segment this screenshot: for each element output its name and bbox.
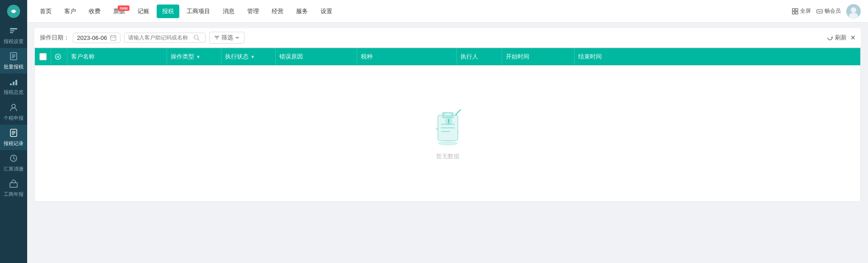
nav-gongshang-xiangmu[interactable]: 工商项目 xyxy=(181,5,216,18)
nav-jingying[interactable]: 经营 xyxy=(266,5,289,18)
empty-state: ! 暂无数据 xyxy=(430,106,466,161)
empty-illustration: ! xyxy=(430,106,466,147)
nav-guanli[interactable]: 管理 xyxy=(242,5,264,18)
svg-rect-10 xyxy=(13,82,14,85)
select-all-checkbox[interactable] xyxy=(39,53,47,60)
sidebar-item-baoshui-shezhi-label: 报税设置 xyxy=(4,39,24,44)
geshui-shenbao-icon xyxy=(9,103,18,114)
nav-jizhang[interactable]: 记账 xyxy=(132,5,155,18)
huisuan-jiaona-icon xyxy=(9,154,18,165)
svg-rect-18 xyxy=(10,183,17,187)
settings-icon xyxy=(55,54,61,60)
nav-shezhi[interactable]: 设置 xyxy=(315,5,338,18)
avatar[interactable] xyxy=(846,4,861,19)
svg-rect-28 xyxy=(110,35,116,40)
chevron-down-icon xyxy=(235,35,240,40)
sidebar: 报税设置 批量报税 报税总览 xyxy=(0,0,27,263)
th-operation-type: 操作类型 ▼ xyxy=(167,48,221,65)
calendar-icon xyxy=(110,34,116,41)
svg-point-32 xyxy=(194,35,198,39)
filter-button[interactable]: 筛选 xyxy=(209,32,245,44)
sidebar-item-piliang-baoshui[interactable]: 批量报税 xyxy=(0,48,27,73)
fullscreen-button[interactable]: 全屏 xyxy=(792,7,811,15)
search-input[interactable] xyxy=(128,34,192,41)
svg-line-48 xyxy=(456,110,460,114)
refresh-button[interactable]: 刷新 xyxy=(827,34,847,42)
nav-piaoju[interactable]: 票据 new xyxy=(108,5,130,18)
svg-point-37 xyxy=(57,56,59,58)
refresh-label: 刷新 xyxy=(835,34,847,42)
close-button[interactable]: × xyxy=(850,34,855,42)
svg-line-33 xyxy=(197,39,199,41)
sidebar-item-geshui-shenbao-label: 个税申报 xyxy=(4,115,24,121)
th-checkbox[interactable] xyxy=(35,48,51,65)
sidebar-item-gongshang-nianbao[interactable]: 工商年报 xyxy=(0,175,27,201)
topnav-right: 全屏 畅会员 xyxy=(792,4,861,19)
baoshui-zonglans-icon xyxy=(9,77,18,88)
date-picker[interactable]: 2023-06-06 xyxy=(73,33,120,43)
svg-text:!: ! xyxy=(448,118,450,125)
th-error-reason: 错误原因 xyxy=(276,48,357,65)
sidebar-item-baoshui-jilu-label: 报税记录 xyxy=(4,141,24,146)
nav-fuwu[interactable]: 服务 xyxy=(291,5,313,18)
sidebar-item-baoshui-zonglans[interactable]: 报税总览 xyxy=(0,73,27,99)
svg-rect-2 xyxy=(10,28,17,29)
svg-rect-11 xyxy=(15,80,17,85)
data-table: 客户名称 操作类型 ▼ 执行状态 ▼ 错误原因 税种 执行人 xyxy=(34,48,861,202)
sidebar-item-gongshang-nianbao-label: 工商年报 xyxy=(4,191,24,197)
sidebar-item-geshui-shenbao[interactable]: 个税申报 xyxy=(0,99,27,125)
logo[interactable] xyxy=(0,0,27,23)
th-end-time: 结束时间 xyxy=(575,48,647,65)
nav-customer[interactable]: 客户 xyxy=(59,5,82,18)
svg-point-50 xyxy=(436,128,438,130)
th-executor: 执行人 xyxy=(457,48,502,65)
table-body: ! 暂无数据 xyxy=(35,65,860,201)
th-start-time: 开始时间 xyxy=(502,48,575,65)
main-content: 首页 客户 收费 票据 new 记账 报税 工商项目 消息 管理 经营 服务 设… xyxy=(27,0,868,263)
svg-point-26 xyxy=(851,7,856,13)
sidebar-item-baoshui-jilu[interactable]: 报税记录 xyxy=(0,125,27,150)
piliang-baoshui-icon xyxy=(9,52,18,63)
search-icon xyxy=(193,34,200,41)
svg-rect-22 xyxy=(796,12,798,14)
nav-baoshui[interactable]: 报税 xyxy=(157,5,179,18)
table-header: 客户名称 操作类型 ▼ 执行状态 ▼ 错误原因 税种 执行人 xyxy=(35,48,860,65)
refresh-icon xyxy=(827,34,833,41)
date-label: 操作日期： xyxy=(40,34,69,42)
svg-rect-42 xyxy=(445,113,451,115)
svg-rect-9 xyxy=(10,83,12,85)
search-box[interactable] xyxy=(124,33,206,43)
baoshui-shezhi-icon xyxy=(9,26,18,38)
sidebar-item-piliang-baoshui-label: 批量报税 xyxy=(4,64,24,70)
svg-point-1 xyxy=(12,10,15,13)
svg-rect-3 xyxy=(10,30,14,31)
piaoju-badge: new xyxy=(118,5,129,11)
th-customer-name: 客户名称 xyxy=(67,48,167,65)
toolbar: 操作日期： 2023-06-06 xyxy=(34,28,861,48)
sidebar-item-baoshui-shezhi[interactable]: 报税设置 xyxy=(0,23,27,48)
exec-status-filter-icon[interactable]: ▼ xyxy=(250,54,255,59)
nav-xiaoxi[interactable]: 消息 xyxy=(217,5,240,18)
member-button[interactable]: 畅会员 xyxy=(816,7,841,15)
svg-rect-21 xyxy=(792,12,795,14)
sidebar-item-huisuan-jiaona[interactable]: 汇算清缴 xyxy=(0,150,27,175)
nav-shoufei[interactable]: 收费 xyxy=(83,5,106,18)
svg-rect-20 xyxy=(796,9,798,11)
th-tax-type: 税种 xyxy=(357,48,457,65)
gongshang-nianbao-icon xyxy=(9,179,18,190)
date-value: 2023-06-06 xyxy=(77,34,107,41)
baoshui-jilu-icon xyxy=(9,128,18,140)
sidebar-item-baoshui-zonglans-label: 报税总览 xyxy=(4,89,24,95)
filter-label: 筛选 xyxy=(221,34,233,42)
nav-home[interactable]: 首页 xyxy=(34,5,57,18)
th-settings[interactable] xyxy=(51,48,67,65)
svg-point-12 xyxy=(12,104,15,108)
svg-rect-19 xyxy=(792,9,795,11)
svg-point-39 xyxy=(438,141,458,146)
svg-point-38 xyxy=(55,54,61,59)
nav-items: 首页 客户 收费 票据 new 记账 报税 工商项目 消息 管理 经营 服务 设… xyxy=(34,5,792,18)
topnav: 首页 客户 收费 票据 new 记账 报税 工商项目 消息 管理 经营 服务 设… xyxy=(27,0,868,23)
operation-type-filter-icon[interactable]: ▼ xyxy=(196,54,201,59)
svg-rect-4 xyxy=(10,32,13,33)
svg-point-51 xyxy=(458,131,459,132)
